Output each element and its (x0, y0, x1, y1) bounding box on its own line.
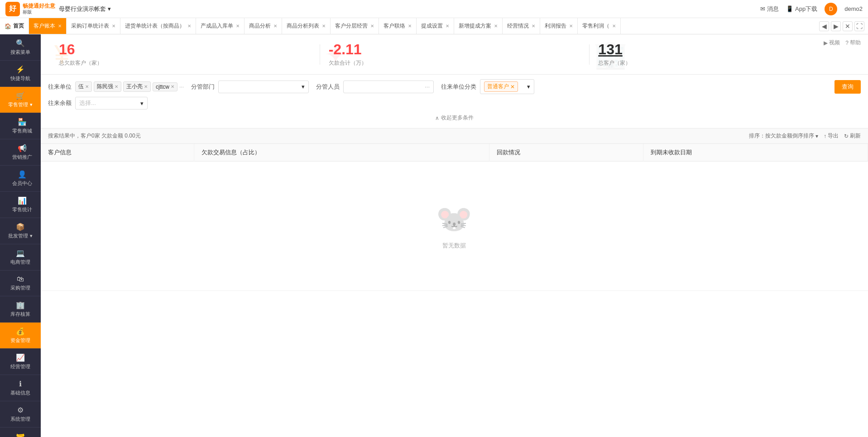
ecommerce-icon: 💻 (16, 249, 25, 257)
content-area: ¥ 16 总欠款客户（家） ✦ -2.11 欠款合计（万） 🏢 131 总客户（… (41, 34, 868, 437)
col-customer-info: 客户信息 (41, 144, 194, 162)
unit-class-select[interactable]: 普通客户 ✕ ▾ (480, 79, 534, 94)
chevron-down-icon: ▾ (108, 5, 111, 12)
avatar[interactable]: D (825, 3, 837, 15)
tab-purchase-order-stats[interactable]: 采购订单统计表 ✕ (67, 18, 120, 34)
sidebar-item-search[interactable]: 🔍 搜索菜单 (0, 34, 41, 61)
sidebar-item-system-mgmt[interactable]: ⚙ 系统管理 (0, 401, 41, 428)
filter-tag-cjttcw[interactable]: cjttcw ✕ (153, 82, 177, 91)
nav-prev-button[interactable]: ◀ (819, 21, 829, 31)
tab-new-raise-plan[interactable]: 新增提成方案 ✕ (454, 18, 503, 34)
sidebar-item-retail-mall[interactable]: 🏪 零售商城 (0, 113, 41, 139)
tab-home[interactable]: 🏠 首页 (0, 18, 29, 34)
filter-tag-chen[interactable]: 陈民强 ✕ (94, 81, 121, 92)
close-icon[interactable]: ✕ (171, 84, 174, 89)
video-icon: ▶ (824, 40, 828, 46)
tab-raise-settings[interactable]: 提成设置 ✕ (417, 18, 454, 34)
close-icon[interactable]: ✕ (273, 24, 277, 28)
sidebar-item-purchase-mgmt[interactable]: 🛍 采购管理 (0, 271, 41, 296)
sidebar-item-operation-mgmt[interactable]: 📈 经营管理 (0, 349, 41, 375)
collapse-button[interactable]: ∧ 收起更多条件 (48, 112, 861, 124)
stat-total-clients: 🏢 131 总客户（家） (589, 42, 859, 67)
sidebar-item-finance-mgmt[interactable]: 💰 资金管理 (0, 323, 41, 349)
sidebar-item-quick-nav[interactable]: ⚡ 快捷导航 (0, 61, 41, 87)
help-link[interactable]: ? 帮助 (845, 39, 861, 47)
tab-customer-segment[interactable]: 客户分层经营 ✕ (331, 18, 379, 34)
enterprise-select[interactable]: 母婴行业演示帐套 ▾ (59, 5, 111, 13)
tab-customer-balance[interactable]: 客户账本 ✕ (29, 18, 67, 34)
sidebar-item-enterprise-collab[interactable]: 🤝 企业协同 (0, 428, 41, 437)
close-icon[interactable]: ✕ (569, 24, 573, 28)
person-select[interactable]: ··· (343, 81, 434, 93)
nav-close-all-button[interactable]: ✕ (843, 21, 853, 31)
tab-operation-status[interactable]: 经营情况 ✕ (503, 18, 540, 34)
sidebar-item-member-center[interactable]: 👤 会员中心 (0, 166, 41, 192)
export-icon: ↑ (824, 133, 826, 139)
close-icon[interactable]: ✕ (532, 24, 535, 28)
sidebar-item-retail-stats[interactable]: 📊 零售统计 (0, 192, 41, 218)
nav-tabs: 🏠 首页 客户账本 ✕ 采购订单统计表 ✕ 进货单统计表（按商品） ✕ 产成品入… (0, 18, 868, 34)
close-icon[interactable]: ✕ (144, 84, 148, 89)
sidebar-item-inventory[interactable]: 🏢 库存核算 (0, 296, 41, 323)
sort-select[interactable]: 排序：按欠款金额倒序排序 ▾ (749, 132, 818, 140)
unit-class-label: 往来单位分类 (441, 83, 476, 91)
stat-total-customers: ¥ 16 总欠款客户（家） (50, 42, 320, 67)
col-repayment: 回款情况 (489, 144, 643, 162)
sidebar-item-ecommerce-mgmt[interactable]: 💻 电商管理 (0, 244, 41, 271)
balance-label: 往来余额 (48, 99, 72, 107)
query-button[interactable]: 查询 (834, 80, 861, 94)
top-bar-right: ✉ 消息 📱 App下载 D demo2 (760, 3, 863, 15)
video-link[interactable]: ▶ 视频 (824, 39, 840, 47)
ellipsis-icon: ··· (425, 83, 430, 90)
sidebar-item-basic-info[interactable]: ℹ 基础信息 (0, 375, 41, 401)
chevron-down-icon: ▾ (302, 83, 305, 90)
close-icon[interactable]: ✕ (370, 24, 374, 28)
close-icon[interactable]: ✕ (187, 24, 191, 28)
dept-select[interactable]: ▾ (218, 81, 309, 93)
chevron-icon: ▾ (30, 233, 33, 239)
sidebar-item-wholesale-mgmt[interactable]: 📦 批发管理 ▾ (0, 218, 41, 244)
close-icon[interactable]: ✕ (115, 84, 118, 89)
unit-class-tag[interactable]: 普通客户 ✕ (484, 81, 518, 92)
filter-tag-wang[interactable]: 王小亮 ✕ (123, 81, 151, 92)
close-icon[interactable]: ✕ (322, 24, 326, 28)
tab-purchase-stats-product[interactable]: 进货单统计表（按商品） ✕ (120, 18, 196, 34)
sidebar-item-marketing[interactable]: 📢 营销推广 (0, 139, 41, 166)
close-icon[interactable]: ✕ (446, 24, 449, 28)
app-download-link[interactable]: 📱 App下载 (786, 5, 817, 13)
balance-select[interactable]: 选择... ▾ (75, 97, 148, 109)
filter-tag-wu[interactable]: 伍 ✕ (75, 81, 92, 92)
close-icon[interactable]: ✕ (236, 24, 240, 28)
close-icon[interactable]: ✕ (612, 24, 616, 28)
message-link[interactable]: ✉ 消息 (760, 5, 779, 13)
data-table: 客户信息 欠款交易信息（占比） 回款情况 到期未收款日期 🐭 暂无数据 (41, 144, 868, 291)
nav-expand-button[interactable]: ⛶ (854, 21, 864, 31)
close-icon[interactable]: ✕ (112, 24, 115, 28)
close-icon[interactable]: ✕ (85, 84, 89, 89)
empty-text: 暂无数据 (442, 242, 466, 250)
chevron-down-icon: ▾ (527, 83, 530, 90)
purchase-icon: 🛍 (17, 275, 24, 283)
export-button[interactable]: ↑ 导出 (824, 132, 839, 140)
username: demo2 (844, 5, 863, 12)
refresh-button[interactable]: ↻ 刷新 (844, 132, 861, 140)
result-summary: 搜索结果中，客户0家 欠款金额 0.00元 (48, 132, 141, 140)
close-icon[interactable]: ✕ (494, 24, 498, 28)
close-icon[interactable]: ✕ (58, 24, 62, 28)
filter-more-button[interactable]: ··· (179, 84, 184, 90)
tab-product-analysis[interactable]: 商品分析 ✕ (245, 18, 282, 34)
tab-profit-report[interactable]: 利润报告 ✕ (540, 18, 578, 34)
top-bar-left: 好 畅捷通好生意 标版 母婴行业演示帐套 ▾ (5, 2, 111, 16)
tab-retail-profit[interactable]: 零售利润（ ✕ (578, 18, 621, 34)
close-icon[interactable]: ✕ (408, 24, 412, 28)
sidebar-item-retail-mgmt[interactable]: 🛒 零售管理 ▾ (0, 87, 41, 113)
filter-tags-unit: 伍 ✕ 陈民强 ✕ 王小亮 ✕ cjttcw ✕ ··· (75, 81, 184, 92)
inventory-icon: 🏢 (16, 301, 25, 309)
filter-area: 往来单位 伍 ✕ 陈民强 ✕ 王小亮 ✕ cjttcw (41, 75, 868, 128)
filter-row-1: 往来单位 伍 ✕ 陈民强 ✕ 王小亮 ✕ cjttcw (48, 79, 861, 94)
tab-product-analysis-list[interactable]: 商品分析列表 ✕ (282, 18, 331, 34)
nav-next-button[interactable]: ▶ (831, 21, 841, 31)
close-icon[interactable]: ✕ (510, 84, 515, 90)
tab-customer-contact[interactable]: 客户联络 ✕ (379, 18, 417, 34)
tab-product-inbound[interactable]: 产成品入库单 ✕ (196, 18, 245, 34)
